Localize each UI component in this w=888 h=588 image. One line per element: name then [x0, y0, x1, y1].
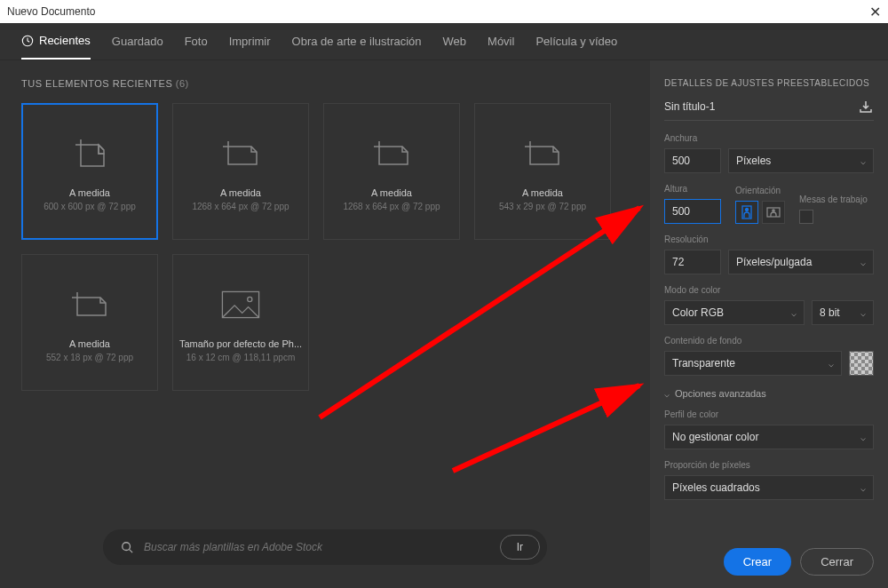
preset-size: 552 x 18 px @ 72 ppp — [46, 353, 133, 362]
pixelratio-value: Píxeles cuadrados — [672, 481, 760, 494]
colormode-label: Modo de color — [664, 285, 874, 295]
chevron-down-icon: ⌵ — [860, 258, 866, 267]
save-preset-icon[interactable] — [858, 99, 874, 115]
colorprofile-value: No gestionar color — [672, 431, 758, 443]
width-unit-select[interactable]: Píxeles ⌵ — [728, 148, 874, 173]
tab-recents[interactable]: Recientes — [21, 23, 91, 60]
document-name-input[interactable]: Sin título-1 — [664, 100, 715, 113]
preset-size: 16 x 12 cm @ 118,11 ppcm — [186, 353, 295, 362]
bgcontent-select[interactable]: Transparente ⌵ — [664, 351, 842, 376]
create-button[interactable]: Crear — [724, 548, 792, 576]
document-icon — [68, 283, 111, 326]
colorprofile-label: Perfil de color — [664, 409, 874, 419]
chevron-down-icon: ⌵ — [791, 308, 797, 318]
preset-size: 600 x 600 px @ 72 ppp — [44, 202, 136, 211]
document-icon — [68, 132, 111, 175]
preset-name: A medida — [69, 338, 110, 349]
recents-count: (6) — [176, 78, 189, 89]
preset-details-panel: DETALLES DE AJUSTES PREESTABLECIDOS Sin … — [650, 60, 888, 588]
colordepth-value: 8 bit — [820, 306, 840, 319]
footer-buttons: Crear Cerrar — [724, 548, 874, 576]
image-icon — [219, 283, 262, 326]
orientation-label: Orientación — [735, 186, 785, 195]
resolution-unit-value: Píxeles/pulgada — [736, 256, 812, 268]
orientation-portrait-button[interactable] — [735, 201, 758, 224]
document-icon — [521, 132, 564, 175]
chevron-down-icon: ⌵ — [829, 359, 834, 369]
preset-item[interactable]: Tamaño por defecto de Ph... 16 x 12 cm @… — [172, 254, 309, 391]
tab-print[interactable]: Imprimir — [229, 24, 271, 59]
colormode-value: Color RGB — [672, 306, 724, 319]
bgcolor-swatch[interactable] — [849, 351, 874, 376]
tab-label: Imprimir — [229, 35, 271, 48]
tab-saved[interactable]: Guardado — [112, 24, 163, 59]
preset-item[interactable]: A medida 1268 x 664 px @ 72 ppp — [323, 103, 460, 240]
tab-art[interactable]: Obra de arte e ilustración — [292, 24, 422, 59]
height-input[interactable] — [664, 199, 721, 224]
bgcontent-label: Contenido de fondo — [664, 336, 874, 346]
window-titlebar: Nuevo Documento ✕ — [0, 0, 888, 23]
advanced-label: Opciones avanzadas — [675, 388, 766, 399]
colordepth-select[interactable]: 8 bit ⌵ — [812, 300, 874, 325]
clock-icon — [21, 35, 34, 47]
close-button[interactable]: Cerrar — [800, 548, 874, 576]
document-icon — [219, 132, 262, 175]
artboards-checkbox[interactable] — [799, 210, 813, 224]
width-input[interactable] — [664, 148, 721, 173]
tab-web[interactable]: Web — [443, 24, 467, 59]
window-title: Nuevo Documento — [7, 5, 95, 18]
svg-point-7 — [773, 210, 774, 211]
search-icon — [121, 541, 133, 553]
chevron-down-icon: ⌵ — [860, 483, 866, 493]
window-close-button[interactable]: ✕ — [869, 4, 881, 20]
advanced-options-toggle[interactable]: ⌵ Opciones avanzadas — [664, 388, 874, 399]
preset-item[interactable]: A medida 600 x 600 px @ 72 ppp — [21, 103, 158, 240]
orientation-landscape-button[interactable] — [762, 201, 785, 224]
tab-photo[interactable]: Foto — [185, 24, 208, 59]
height-label: Altura — [664, 184, 721, 194]
stock-search-input[interactable] — [144, 541, 489, 553]
tab-label: Guardado — [112, 35, 163, 48]
pixelratio-select[interactable]: Píxeles cuadrados ⌵ — [664, 475, 874, 500]
tab-film[interactable]: Película y vídeo — [535, 24, 617, 59]
width-unit-value: Píxeles — [736, 155, 771, 167]
stock-search-bar: Ir — [103, 529, 547, 565]
preset-name: A medida — [522, 187, 563, 198]
recents-heading: TUS ELEMENTOS RECIENTES (6) — [21, 78, 629, 89]
preset-item[interactable]: A medida 543 x 29 px @ 72 ppp — [474, 103, 611, 240]
artboards-label: Mesas de trabajo — [799, 195, 868, 204]
colormode-select[interactable]: Color RGB ⌵ — [664, 300, 805, 325]
chevron-down-icon: ⌵ — [664, 389, 670, 399]
preset-size: 543 x 29 px @ 72 ppp — [499, 202, 586, 211]
stock-search-go-button[interactable]: Ir — [500, 535, 540, 560]
resolution-label: Resolución — [664, 234, 874, 244]
chevron-down-icon: ⌵ — [860, 308, 866, 318]
details-header: DETALLES DE AJUSTES PREESTABLECIDOS — [664, 78, 874, 88]
category-tabs: Recientes Guardado Foto Imprimir Obra de… — [0, 23, 888, 60]
preset-item[interactable]: A medida 1268 x 664 px @ 72 ppp — [172, 103, 309, 240]
tab-label: Móvil — [488, 35, 514, 48]
landscape-icon — [766, 206, 781, 219]
resolution-input[interactable] — [664, 250, 721, 274]
recents-heading-text: TUS ELEMENTOS RECIENTES — [21, 78, 172, 89]
tab-label: Recientes — [39, 34, 91, 47]
presets-grid: A medida 600 x 600 px @ 72 ppp A medida … — [21, 103, 629, 391]
width-label: Anchura — [664, 133, 874, 143]
pixelratio-label: Proporción de píxeles — [664, 460, 874, 470]
bgcontent-value: Transparente — [672, 357, 735, 369]
preset-name: Tamaño por defecto de Ph... — [179, 338, 302, 349]
resolution-unit-select[interactable]: Píxeles/pulgada ⌵ — [728, 250, 874, 274]
colorprofile-select[interactable]: No gestionar color ⌵ — [664, 425, 874, 449]
preset-name: A medida — [220, 187, 261, 198]
tab-label: Obra de arte e ilustración — [292, 35, 422, 48]
preset-size: 1268 x 664 px @ 72 ppp — [343, 202, 440, 211]
preset-item[interactable]: A medida 552 x 18 px @ 72 ppp — [21, 254, 158, 391]
document-icon — [370, 132, 413, 175]
chevron-down-icon: ⌵ — [860, 156, 866, 166]
tab-label: Película y vídeo — [535, 35, 617, 48]
svg-rect-1 — [222, 291, 258, 317]
presets-panel: TUS ELEMENTOS RECIENTES (6) A medida 600… — [0, 60, 650, 588]
chevron-down-icon: ⌵ — [860, 433, 866, 442]
preset-size: 1268 x 664 px @ 72 ppp — [192, 202, 289, 211]
tab-mobile[interactable]: Móvil — [488, 24, 514, 59]
